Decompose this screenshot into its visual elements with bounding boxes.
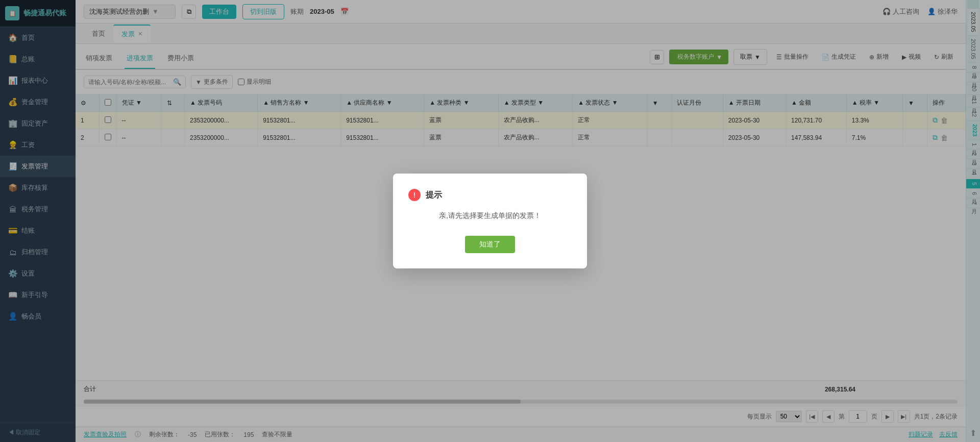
modal-footer: 知道了: [408, 236, 572, 253]
modal-message: 亲,请先选择要生成单据的发票！: [408, 211, 572, 220]
exclamation-icon: !: [413, 191, 416, 199]
modal-warning-icon: !: [408, 189, 421, 201]
modal-dialog: ! 提示 亲,请先选择要生成单据的发票！ 知道了: [393, 174, 587, 268]
modal-overlay[interactable]: ! 提示 亲,请先选择要生成单据的发票！ 知道了: [0, 0, 980, 442]
modal-title: 提示: [426, 190, 442, 201]
modal-confirm-button[interactable]: 知道了: [465, 236, 515, 253]
modal-header: ! 提示: [408, 189, 572, 201]
